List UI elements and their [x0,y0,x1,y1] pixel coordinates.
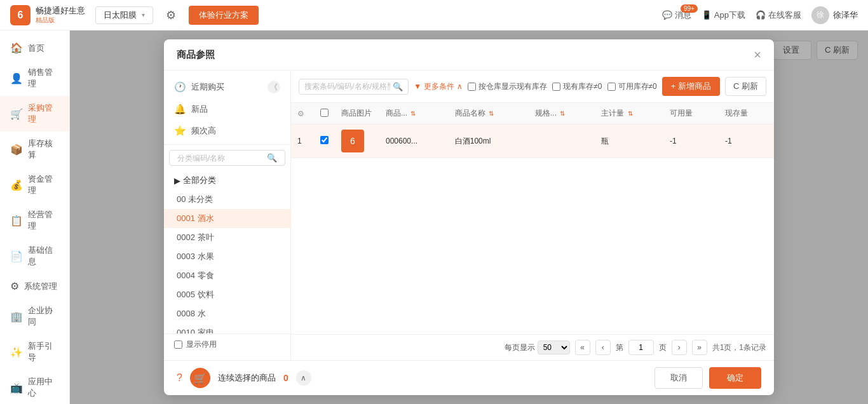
th-unit[interactable]: 主计量 ⇅ [595,103,663,125]
app-download-button[interactable]: 📱 App下载 [702,10,745,21]
footer-collapse-button[interactable]: ∧ [296,370,311,386]
category-water[interactable]: 0008 水 [164,304,290,323]
logo-text: 畅捷通好生意 精品版 [36,6,85,25]
first-page-button[interactable]: « [575,340,590,355]
td-check[interactable] [314,125,335,158]
category-drinks[interactable]: 0005 饮料 [164,285,290,304]
inventory-icon: 📦 [10,144,23,156]
user-profile[interactable]: 徐 徐泽华 [811,6,858,24]
th-image: 商品图片 [335,103,379,125]
cancel-button[interactable]: 取消 [654,367,703,389]
show-disabled-section: 显示停用 [164,333,290,355]
show-disabled-label: 显示停用 [186,339,217,350]
page-size-select[interactable]: 10 20 50 100 [538,340,570,354]
sort-unit-icon[interactable]: ⇅ [628,110,633,117]
th-stock: 现存量 [719,103,774,125]
th-checkbox[interactable] [314,103,335,125]
category-all[interactable]: ▶ 全部分类 [164,171,290,190]
product-search-box[interactable]: 🔍 [299,79,409,95]
product-refresh-button[interactable]: C 刷新 [725,77,766,96]
category-uncategorized[interactable]: 00 未分类 [164,190,290,209]
page-size-selector[interactable]: 每页显示 10 20 50 100 [505,340,570,354]
td-code: 000600... [379,125,449,158]
last-page-button[interactable]: » [692,340,707,355]
stock-ne0-filter[interactable]: 现有库存≠0 [552,81,602,92]
sidebar-label-inventory: 库存核算 [28,138,59,161]
pagination: 每页显示 10 20 50 100 « ‹ 第 [291,334,774,360]
customer-service-button[interactable]: 🎧 在线客服 [756,10,801,21]
next-page-button[interactable]: › [672,340,687,355]
phone-icon: 📱 [702,10,712,20]
new-product-tab[interactable]: 🔔 新品 [164,98,290,120]
row-checkbox[interactable] [320,136,329,144]
messages-button[interactable]: 💬 消息 99+ [662,10,691,21]
headset-icon: 🎧 [756,10,766,20]
product-search-input[interactable] [304,82,390,91]
sidebar-item-inventory[interactable]: 📦 库存核算 [0,131,69,167]
trial-button[interactable]: 体验行业方案 [189,6,259,25]
dialog-overlay: 商品参照 × 🕐 近期购买 《 � [70,30,868,404]
sidebar-item-basic-info[interactable]: 📄 基础信息 [0,238,69,274]
th-spec[interactable]: 规格... ⇅ [529,103,595,125]
confirm-button[interactable]: 确定 [709,367,761,389]
cart-button[interactable]: 🛒 [190,368,210,388]
usable-ne0-label: 可用库存≠0 [618,81,657,92]
category-search-box[interactable]: 🔍 [169,150,285,166]
collapse-panel-button[interactable]: 《 [268,81,280,93]
sidebar-item-operations[interactable]: 📋 经营管理 [0,203,69,238]
sidebar-label-enterprise: 企业协同 [28,305,59,328]
sort-name-icon[interactable]: ⇅ [489,110,494,117]
settings-icon[interactable]: ⚙ [161,5,181,25]
sidebar-item-sales[interactable]: 👤 销售管理 [0,60,69,96]
sidebar-item-purchase[interactable]: 🛒 采购管理 [0,96,69,131]
td-unit: 瓶 [595,125,663,158]
dialog-body: 🕐 近期购买 《 🔔 新品 ⭐ 频次高 [164,71,774,360]
th-code[interactable]: 商品... ⇅ [379,103,449,125]
td-spec [529,125,595,158]
more-filter-button[interactable]: ▼ 更多条件 ∧ [414,81,463,92]
category-appliance[interactable]: 0010 家电 [164,323,290,333]
stock-ne0-checkbox[interactable] [552,83,560,91]
help-icon[interactable]: ? [177,372,182,384]
recent-purchase-tab[interactable]: 🕐 近期购买 《 [164,76,290,98]
prev-page-button[interactable]: ‹ [595,340,611,355]
enterprise-icon: 🏢 [10,311,23,323]
category-tea[interactable]: 0002 茶叶 [164,228,290,247]
company-selector[interactable]: 日太阳膜 ▾ [95,6,153,24]
frequent-tab[interactable]: ⭐ 频次高 [164,120,290,142]
category-list: ▶ 全部分类 00 未分类 0001 酒水 0002 茶叶 0003 水果 00… [164,168,290,333]
warehouse-filter-checkbox[interactable] [468,83,476,91]
clock-icon: 🕐 [174,81,186,93]
usable-ne0-checkbox[interactable] [607,83,616,91]
td-usable: -1 [663,125,719,158]
dialog-close-button[interactable]: × [754,48,761,61]
filter-icon: ▼ [414,82,421,91]
warehouse-filter[interactable]: 按仓库显示现有库存 [468,81,547,92]
sidebar-label-sales: 销售管理 [28,67,59,90]
cart-icon: 🛒 [194,372,207,384]
dialog-footer: ? 🛒 连续选择的商品 0 ∧ 取消 确定 [164,360,774,395]
sort-code-icon[interactable]: ⇅ [410,110,416,117]
sidebar-item-finance[interactable]: 💰 资金管理 [0,167,69,203]
table-row[interactable]: 1 6 000600... 白酒100ml [291,125,774,158]
sidebar-item-enterprise[interactable]: 🏢 企业协同 [0,299,69,334]
sidebar-item-system[interactable]: ⚙ 系统管理 [0,274,69,299]
category-fruit[interactable]: 0003 水果 [164,247,290,266]
total-info: 共1页，1条记录 [712,342,766,353]
sort-spec-icon[interactable]: ⇅ [560,110,565,117]
sidebar-item-home[interactable]: 🏠 首页 [0,36,69,60]
show-disabled-checkbox[interactable] [174,340,182,349]
usable-ne0-filter[interactable]: 可用库存≠0 [607,81,657,92]
sidebar-item-apps[interactable]: 📺 应用中心 [0,370,69,404]
category-snacks[interactable]: 0004 零食 [164,266,290,285]
page-number-input[interactable] [628,340,654,355]
category-liquor[interactable]: 0001 酒水 [164,209,290,228]
category-search-input[interactable] [177,154,264,163]
add-product-button[interactable]: + 新增商品 [662,77,720,96]
th-settings[interactable]: ⚙ [291,103,314,125]
th-name[interactable]: 商品名称 ⇅ [449,103,529,125]
customer-service-label: 在线客服 [768,10,801,21]
basic-info-icon: 📄 [10,250,23,262]
select-all-checkbox[interactable] [320,109,329,117]
sidebar-item-guide[interactable]: ✨ 新手引导 [0,334,69,370]
